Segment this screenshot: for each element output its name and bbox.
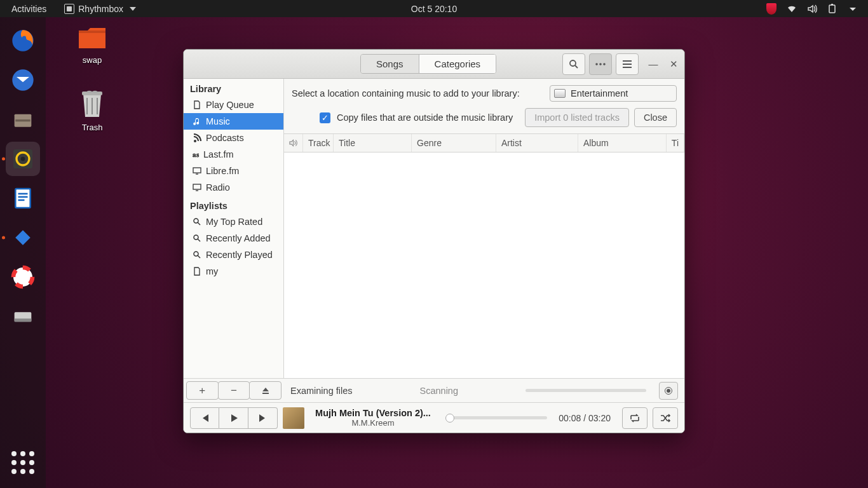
rss-icon xyxy=(193,133,201,142)
track-title: Mujh Mein Tu (Version 2)... xyxy=(309,408,437,418)
repeat-icon xyxy=(629,414,641,423)
column-genre[interactable]: Genre xyxy=(412,134,496,152)
location-button[interactable]: Entertainment xyxy=(550,85,677,102)
svg-rect-9 xyxy=(15,189,30,208)
desktop-icon-trash[interactable]: Trash xyxy=(64,89,121,132)
dock-drive[interactable] xyxy=(6,299,40,334)
sidebar-item-recently-played[interactable]: Recently Played xyxy=(184,247,283,263)
column-title[interactable]: Title xyxy=(334,134,412,152)
monitor-icon xyxy=(193,166,201,175)
dock-files[interactable] xyxy=(6,102,40,137)
monitor-icon xyxy=(193,183,201,192)
search-icon xyxy=(569,59,579,69)
svg-rect-12 xyxy=(18,196,28,198)
clock[interactable]: Oct 5 20:10 xyxy=(411,4,457,14)
sidebar-item-my[interactable]: my xyxy=(184,263,283,280)
volume-icon[interactable] xyxy=(807,4,817,14)
sidebar-item-podcasts[interactable]: Podcasts xyxy=(184,130,283,146)
column-playing[interactable] xyxy=(284,134,303,152)
skip-forward-icon xyxy=(258,414,268,423)
ubuntu-dock xyxy=(0,17,46,488)
tab-categories[interactable]: Categories xyxy=(419,55,496,73)
wifi-icon[interactable] xyxy=(787,4,797,14)
tab-songs[interactable]: Songs xyxy=(361,55,419,73)
document-icon xyxy=(193,267,201,276)
menu-button[interactable] xyxy=(616,53,639,75)
dock-firefox[interactable] xyxy=(6,24,40,58)
sidebar-item-my-top-rated[interactable]: My Top Rated xyxy=(184,214,283,230)
previous-button[interactable] xyxy=(190,407,219,429)
play-button[interactable] xyxy=(219,407,248,429)
dock-thunderbird[interactable] xyxy=(6,63,40,97)
column-artist[interactable]: Artist xyxy=(496,134,578,152)
next-button[interactable] xyxy=(248,407,278,429)
shuffle-button[interactable] xyxy=(653,407,678,429)
svg-rect-18 xyxy=(15,318,32,322)
column-time[interactable]: Ti xyxy=(667,134,684,152)
repeat-button[interactable] xyxy=(622,407,648,429)
track-table-header: Track Title Genre Artist Album Ti xyxy=(284,133,684,152)
chevron-down-icon[interactable] xyxy=(848,4,858,14)
svg-rect-1 xyxy=(831,4,833,5)
import-prompt: Select a location containing music to ad… xyxy=(292,88,520,98)
rhythmbox-app-icon xyxy=(64,4,74,14)
app-menu-label: Rhythmbox xyxy=(78,4,123,14)
app-menu[interactable]: Rhythmbox xyxy=(58,4,142,14)
svg-point-8 xyxy=(21,157,25,161)
svg-point-15 xyxy=(13,268,32,287)
search-icon xyxy=(193,234,201,243)
album-art[interactable] xyxy=(283,407,304,429)
dock-rhythmbox[interactable] xyxy=(6,142,40,176)
track-table-body xyxy=(284,152,684,378)
document-icon xyxy=(193,100,201,109)
svg-point-22 xyxy=(599,63,602,65)
eject-button[interactable] xyxy=(249,381,281,400)
play-icon xyxy=(229,414,238,423)
folder-icon xyxy=(78,24,107,51)
import-tracks-button[interactable]: Import 0 listed tracks xyxy=(525,108,629,127)
activities-button[interactable]: Activities xyxy=(0,4,58,14)
desktop-icon-swap[interactable]: swap xyxy=(64,24,121,65)
import-infobar: Select a location containing music to ad… xyxy=(284,79,684,105)
svg-rect-0 xyxy=(829,5,835,13)
dock-libreoffice-writer[interactable] xyxy=(6,181,40,215)
svg-rect-25 xyxy=(193,184,201,189)
skip-back-icon xyxy=(200,414,210,423)
seek-thumb[interactable] xyxy=(445,414,454,423)
desktop-icon-label: Trash xyxy=(64,123,121,132)
sidebar-item-lastfm[interactable]: 𝐚𝐬Last.fm xyxy=(184,146,283,163)
drive-icon xyxy=(554,89,566,98)
cancel-scan-button[interactable] xyxy=(659,382,678,400)
search-icon xyxy=(193,217,201,226)
lastfm-icon: 𝐚𝐬 xyxy=(193,151,199,159)
minimize-button[interactable]: — xyxy=(648,58,659,70)
add-playlist-button[interactable]: + xyxy=(186,381,219,400)
dock-help[interactable] xyxy=(6,260,40,294)
sidebar-item-play-queue[interactable]: Play Queue xyxy=(184,97,283,113)
sidebar-item-librefm[interactable]: Libre.fm xyxy=(184,163,283,179)
track-artist: M.M.Kreem xyxy=(309,418,437,428)
sidebar-item-music[interactable]: Music xyxy=(184,113,283,130)
sidebar-item-recently-added[interactable]: Recently Added xyxy=(184,230,283,247)
shield-icon[interactable] xyxy=(766,3,776,15)
search-button[interactable] xyxy=(562,53,585,75)
svg-point-27 xyxy=(194,235,198,240)
library-header: Library xyxy=(184,79,283,97)
sidebar-item-radio[interactable]: Radio xyxy=(184,179,283,196)
close-import-button[interactable]: Close xyxy=(634,108,677,127)
remove-playlist-button[interactable]: − xyxy=(218,381,250,400)
svg-rect-11 xyxy=(18,193,28,195)
column-track[interactable]: Track xyxy=(303,134,334,152)
copy-files-checkbox[interactable]: ✓ xyxy=(320,112,330,123)
svg-point-20 xyxy=(570,60,576,66)
seek-slider[interactable] xyxy=(448,416,547,419)
show-applications[interactable] xyxy=(10,450,36,475)
more-button[interactable] xyxy=(589,53,612,75)
titlebar: Songs Categories — ✕ xyxy=(184,50,684,79)
close-button[interactable]: ✕ xyxy=(668,58,679,70)
svg-rect-13 xyxy=(18,200,25,201)
column-album[interactable]: Album xyxy=(578,134,667,152)
battery-icon[interactable] xyxy=(827,4,837,14)
dock-settings-alt[interactable] xyxy=(6,220,40,255)
eject-icon xyxy=(261,386,270,395)
